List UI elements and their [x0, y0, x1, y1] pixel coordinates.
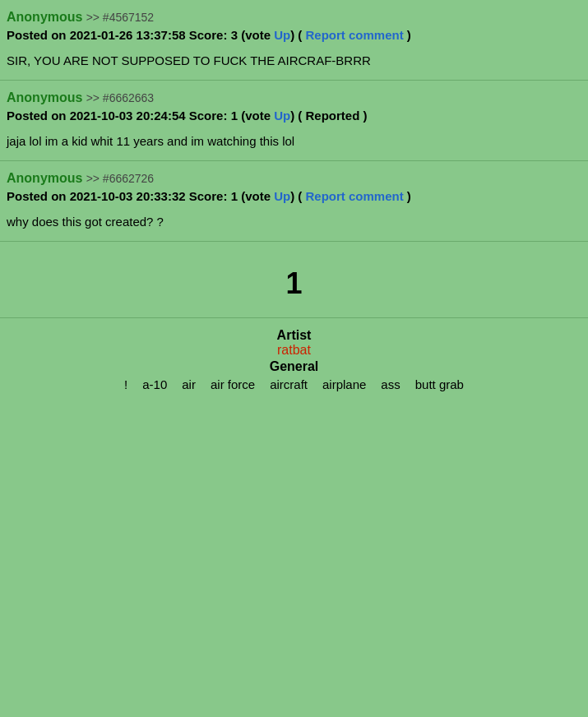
footer-general-label: General: [7, 359, 581, 374]
comment-1-report[interactable]: Report comment: [306, 28, 404, 42]
pagination: 1: [0, 242, 588, 317]
comment-3: Anonymous >> #6662726 Posted on 2021-10-…: [0, 161, 588, 242]
footer-tags: !a-10airair forceaircraftairplaneassbutt…: [7, 377, 581, 391]
comment-3-posted: Posted on 2021-10-03 20:33:32 Score: 1 (…: [7, 189, 271, 203]
comment-1-meta: Posted on 2021-01-26 13:37:58 Score: 3 (…: [7, 26, 581, 45]
comment-3-vote-up[interactable]: Up: [274, 189, 290, 203]
comment-3-body: why does this got created? ?: [7, 213, 581, 232]
footer-tag-item[interactable]: air: [182, 377, 196, 391]
comment-1-body: SIR, YOU ARE NOT SUPPOSED TO FUCK THE AI…: [7, 52, 581, 71]
footer-tag-item[interactable]: ass: [381, 377, 400, 391]
comment-1: Anonymous >> #4567152 Posted on 2021-01-…: [0, 0, 588, 81]
comment-2-report: Reported: [306, 109, 360, 123]
comment-2-meta: Posted on 2021-10-03 20:24:54 Score: 1 (…: [7, 107, 581, 126]
comment-2-close: ): [363, 109, 368, 123]
footer-tag-item[interactable]: a-10: [142, 377, 167, 391]
comment-2-vote-up[interactable]: Up: [274, 109, 290, 123]
comment-1-author: Anonymous: [7, 10, 82, 24]
footer-tag-item[interactable]: aircraft: [270, 377, 308, 391]
footer-artist-name[interactable]: ratbat: [7, 343, 581, 358]
comment-2-sep: ) (: [290, 109, 302, 123]
comment-1-id: >> #4567152: [86, 11, 155, 24]
footer-tag-item[interactable]: air force: [211, 377, 255, 391]
page-number[interactable]: 1: [285, 266, 302, 300]
comment-1-posted: Posted on 2021-01-26 13:37:58 Score: 3 (…: [7, 28, 271, 42]
footer-tag-item[interactable]: airplane: [322, 377, 366, 391]
comment-3-id: >> #6662726: [86, 172, 155, 185]
comment-3-report[interactable]: Report comment: [306, 189, 404, 203]
footer-tag-item[interactable]: butt grab: [415, 377, 464, 391]
comment-2-header: Anonymous >> #6662663: [7, 90, 581, 105]
comment-3-author: Anonymous: [7, 171, 82, 185]
comment-3-sep: ) (: [290, 189, 302, 203]
comments-list: Anonymous >> #4567152 Posted on 2021-01-…: [0, 0, 588, 242]
comment-1-header: Anonymous >> #4567152: [7, 10, 581, 25]
footer-artist-label: Artist: [7, 328, 581, 343]
comment-1-close: ): [407, 28, 411, 42]
footer-tag-item[interactable]: !: [124, 377, 127, 391]
comment-2-posted: Posted on 2021-10-03 20:24:54 Score: 1 (…: [7, 109, 271, 123]
comment-3-close: ): [407, 189, 411, 203]
comment-2-author: Anonymous: [7, 90, 82, 104]
footer: Artist ratbat General !a-10airair forcea…: [0, 317, 588, 401]
comment-1-vote-up[interactable]: Up: [274, 28, 290, 42]
comment-3-meta: Posted on 2021-10-03 20:33:32 Score: 1 (…: [7, 187, 581, 206]
comment-2-body: jaja lol im a kid whit 11 years and im w…: [7, 132, 581, 151]
comment-2-id: >> #6662663: [86, 91, 155, 104]
comment-1-sep: ) (: [290, 28, 302, 42]
comment-3-header: Anonymous >> #6662726: [7, 171, 581, 186]
comment-2: Anonymous >> #6662663 Posted on 2021-10-…: [0, 81, 588, 161]
